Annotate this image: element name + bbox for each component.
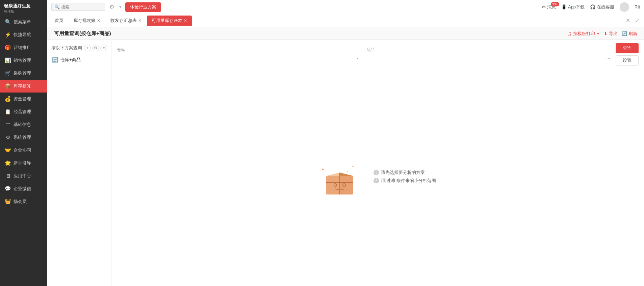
sidebar-item-label: 销售管理 (14, 57, 31, 63)
refresh-button[interactable]: 🔄 刷新 (622, 31, 637, 37)
svg-text:✦: ✦ (352, 164, 354, 168)
dropdown-icon: ▼ (118, 4, 123, 9)
trial-button[interactable]: 体验行业方案 (125, 2, 161, 12)
marketing-icon: 🎁 (5, 45, 11, 51)
sidebar-item-finance[interactable]: 💰 资金管理 (0, 93, 47, 105)
sidebar-item-label: 系统管理 (14, 134, 31, 140)
inventory-icon: 📦 (5, 83, 11, 89)
page-title: 可用量查询(按仓库+商品) (54, 30, 111, 37)
sidebar-item-appcenter[interactable]: 🖥 应用中心 (0, 170, 47, 182)
refresh-label: 刷新 (628, 31, 637, 37)
sidebar-item-label: 新手引导 (14, 160, 31, 166)
search-box[interactable]: 🔍 (51, 3, 105, 11)
sidebar-item-cooperation[interactable]: 🤝 企业协同 (0, 144, 47, 157)
step-2-text: 用[过滤]条件来缩小分析范围 (381, 178, 436, 184)
wechat-icon: 💬 (5, 186, 11, 192)
tab-available-stock-label: 可用量库存账本 (152, 18, 182, 24)
sidebar-item-member[interactable]: 👑 畅会员 (0, 195, 47, 208)
tabbar: 首页 库存批次账 ✕ 收发存汇总表 ✕ 可用量库存账本 ✕ ✕ ⤢ (47, 14, 644, 27)
tab-home[interactable]: 首页 (50, 16, 68, 26)
goods-field: 商品 ··· (366, 47, 611, 62)
sidebar-item-basic[interactable]: 🗃 基础信息 (0, 118, 47, 131)
app-download-button[interactable]: 📱 App下载 (561, 4, 585, 10)
sidebar-item-operation[interactable]: 📋 经营管理 (0, 105, 47, 118)
svg-text:✦: ✦ (321, 167, 325, 172)
sidebar-item-sales[interactable]: 📊 销售管理 (0, 54, 47, 67)
sidebar-item-wechat[interactable]: 💬 企业微信 (0, 182, 47, 195)
sidebar-item-label: 基础信息 (14, 122, 31, 128)
online-service-button[interactable]: 🎧 在线客服 (590, 4, 614, 10)
sidebar-item-inventory[interactable]: 📦 库存核算 (0, 80, 47, 93)
filter-header: 按以下方案查询 + ⚙ « (47, 43, 111, 54)
sidebar-item-system[interactable]: ⚙ 系统管理 (0, 131, 47, 144)
sidebar-item-quicknav[interactable]: ⚡ 快捷导航 (0, 28, 47, 41)
message-badge: 99+ (551, 2, 559, 6)
search-input[interactable] (61, 5, 102, 9)
tab-available-stock[interactable]: 可用量库存账本 ✕ (147, 16, 192, 26)
appcenter-icon: 🖥 (5, 173, 11, 179)
logo-sub: 标准版 (4, 9, 43, 14)
empty-text: 1 请先选择要分析的方案 2 用[过滤]条件来缩小分析范围 (373, 170, 436, 186)
query-actions: 查询 设置 (616, 43, 639, 66)
filter-label: 按以下方案查询 (51, 45, 82, 51)
svg-text:✦: ✦ (346, 170, 349, 173)
sidebar-item-label: 应用中心 (14, 173, 31, 179)
empty-step-1: 1 请先选择要分析的方案 (373, 170, 436, 176)
tab-batch-account-label: 库存批次账 (74, 18, 96, 24)
sidebar-item-label: 企业协同 (14, 147, 31, 153)
sidebar-item-purchase[interactable]: 🛒 采购管理 (0, 67, 47, 80)
quicknav-icon: ⚡ (5, 32, 11, 38)
step-1-num: 1 (373, 170, 379, 175)
tab-stock-summary[interactable]: 收发存汇总表 ✕ (106, 16, 146, 26)
warehouse-more-button[interactable]: ··· (357, 55, 361, 61)
warehouse-input[interactable] (117, 54, 354, 62)
query-settings-button[interactable]: 设置 (616, 55, 639, 66)
warehouse-input-row: ··· (117, 54, 361, 62)
tab-home-label: 首页 (55, 18, 63, 24)
sidebar-item-label: 资金管理 (14, 96, 31, 102)
phone-icon: 📱 (561, 4, 567, 9)
sidebar-item-search[interactable]: 🔍 搜索菜单 (0, 16, 47, 28)
sidebar-item-label: 采购管理 (14, 70, 31, 76)
tab-available-stock-close[interactable]: ✕ (184, 18, 187, 23)
sidebar: 畅康通好生意 标准版 🔍 搜索菜单 ⚡ 快捷导航 🎁 营销推广 📊 销售管理 🛒… (0, 0, 47, 286)
tab-batch-account[interactable]: 库存批次账 ✕ (69, 16, 105, 26)
export-button[interactable]: ⬇ 导出 (604, 31, 618, 37)
basic-icon: 🗃 (5, 122, 11, 127)
close-all-tabs-button[interactable]: ✕ (624, 17, 632, 24)
warehouse-field: 仓库 ··· (117, 47, 361, 62)
goods-input[interactable] (366, 54, 604, 62)
step-2-num: 2 (373, 178, 379, 183)
empty-state: ✦ ✦ ✦ 1 请先选择要分析的方案 2 用[过滤]条件来缩小分析范围 (111, 69, 644, 286)
purchase-icon: 🛒 (5, 70, 11, 76)
query-button[interactable]: 查询 (616, 43, 639, 53)
tab-batch-account-close[interactable]: ✕ (97, 18, 100, 23)
filter-settings-button[interactable]: ⚙ (92, 45, 99, 51)
message-icon: ✉ (542, 4, 546, 9)
page-header: 可用量查询(按仓库+商品) 🖨 按模板打印 ▼ ⬇ 导出 🔄 刷新 (47, 27, 644, 40)
logo-main: 畅康通好生意 (4, 3, 43, 9)
filter-panel: 按以下方案查询 + ⚙ « 🔄 仓库+商品 (47, 40, 111, 286)
expand-icon[interactable]: ⤢ (634, 17, 641, 24)
member-icon: 👑 (5, 199, 11, 205)
tab-stock-summary-label: 收发存汇总表 (110, 18, 137, 24)
sidebar-item-guide[interactable]: 🌟 新手引导 (0, 157, 47, 170)
filter-add-button[interactable]: + (84, 45, 91, 51)
sidebar-item-marketing[interactable]: 🎁 营销推广 (0, 41, 47, 54)
sidebar-item-label: 营销推广 (14, 45, 31, 51)
print-button[interactable]: 🖨 按模板打印 ▼ (567, 31, 600, 37)
finance-icon: 💰 (5, 96, 11, 102)
message-button[interactable]: ✉ 消息 99+ (542, 4, 556, 10)
filter-item-warehouse-goods[interactable]: 🔄 仓库+商品 (47, 54, 111, 66)
query-and-results: 仓库 ··· 商品 ··· 查询 设置 (111, 40, 644, 286)
content: 按以下方案查询 + ⚙ « 🔄 仓库+商品 仓库 ··· (47, 40, 644, 286)
filter-collapse-button[interactable]: « (100, 45, 107, 51)
goods-more-button[interactable]: ··· (606, 55, 610, 61)
search-icon: 🔍 (5, 19, 11, 25)
export-icon: ⬇ (604, 31, 608, 36)
tab-stock-summary-close[interactable]: ✕ (138, 18, 141, 23)
filter-actions: + ⚙ « (84, 45, 107, 51)
print-dropdown-icon: ▼ (596, 32, 600, 35)
avatar (620, 2, 629, 12)
gear-icon[interactable]: ⚙ (108, 2, 115, 11)
